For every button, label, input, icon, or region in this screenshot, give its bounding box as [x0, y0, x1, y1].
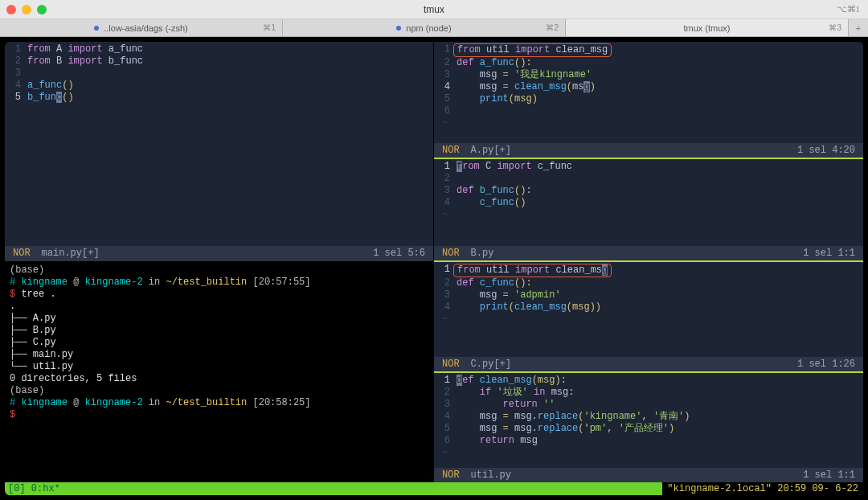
- line-number: 3: [5, 68, 27, 80]
- line-number: 5: [434, 93, 457, 105]
- code-line[interactable]: msg = '我是kingname': [457, 69, 863, 81]
- statusbar-c: NORC.py[+] 1 sel 1:26: [434, 357, 863, 371]
- code-line[interactable]: msg = clean_msg(msg): [457, 81, 863, 93]
- code-line[interactable]: return msg: [457, 435, 863, 447]
- pos-main: 1 sel 5:6: [373, 248, 425, 259]
- code-line[interactable]: def clean_msg(msg):: [457, 375, 863, 387]
- mode-a: NOR: [442, 145, 460, 156]
- code-line[interactable]: msg = 'adpmin': [457, 289, 863, 301]
- line-number: 2: [5, 55, 27, 68]
- code-line[interactable]: c_func(): [457, 197, 863, 209]
- line-number: 6: [434, 105, 457, 117]
- shell-line: $: [10, 409, 428, 421]
- statusbar-a: NORA.py[+] 1 sel 4:20: [434, 143, 863, 158]
- mode-util: NOR: [442, 469, 460, 481]
- shell-output[interactable]: (base)# kingname @ kingname-2 in ~/test_…: [5, 261, 433, 482]
- tmux-clock: "kingname-2.local" 20:59 09- 6-22: [662, 482, 863, 495]
- line-number: 4: [434, 301, 457, 314]
- shell-line: └── util.py: [10, 361, 428, 373]
- highlight-box: from util import clean_msg: [453, 43, 612, 57]
- code-line[interactable]: def a_func():: [457, 57, 863, 69]
- empty-line-marker: ~: [434, 117, 863, 129]
- pane-util[interactable]: 1def clean_msg(msg):2 if '垃圾' in msg:3 r…: [434, 371, 863, 482]
- tab-label: npm (node): [406, 23, 451, 33]
- code-util[interactable]: 1def clean_msg(msg):2 if '垃圾' in msg:3 r…: [434, 373, 863, 468]
- tab-hotkey: ⌘1: [263, 23, 276, 32]
- file-util: util.py: [471, 469, 511, 481]
- code-line[interactable]: [457, 105, 863, 117]
- line-number: 2: [434, 277, 457, 289]
- shell-line: ├── C.py: [10, 337, 428, 349]
- code-b[interactable]: 1from C import c_func23def b_func():4 c_…: [434, 159, 863, 246]
- code-line[interactable]: b_func(): [27, 92, 433, 104]
- statusbar-util: NORutil.py 1 sel 1:1: [434, 468, 863, 482]
- minimize-window-button[interactable]: [22, 5, 31, 14]
- code-line[interactable]: def b_func():: [457, 185, 863, 197]
- shell-line: 0 directories, 5 files: [10, 373, 428, 385]
- shell-line: (base): [10, 264, 428, 277]
- code-line[interactable]: msg = msg.replace('pm', '产品经理'): [457, 423, 863, 435]
- window-hotkey-hint: ⌥⌘1: [837, 4, 861, 14]
- line-number: 1: [434, 161, 457, 173]
- iterm-tab-0[interactable]: ..low-asia/dags (-zsh)⌘1: [0, 19, 283, 36]
- tab-label: ..low-asia/dags (-zsh): [104, 23, 188, 33]
- pane-shell[interactable]: (base)# kingname @ kingname-2 in ~/test_…: [5, 260, 434, 482]
- tab-hotkey: ⌘3: [829, 23, 841, 32]
- shell-line: ├── main.py: [10, 349, 428, 361]
- pane-right-top: 1from util import clean_msg2def a_func()…: [434, 42, 863, 260]
- mode-c: NOR: [442, 359, 460, 370]
- code-c[interactable]: 1from util import clean_msg2def c_func()…: [434, 262, 863, 357]
- shell-line: ├── A.py: [10, 313, 428, 325]
- pos-util: 1 sel 1:1: [803, 469, 855, 481]
- tab-add-button[interactable]: +: [849, 19, 868, 36]
- code-line[interactable]: from B import b_func: [27, 55, 433, 68]
- code-line[interactable]: print(clean_msg(msg)): [457, 301, 863, 314]
- iterm-tabbar: ..low-asia/dags (-zsh)⌘1npm (node)⌘2tmux…: [0, 19, 868, 37]
- pane-main[interactable]: 1from A import a_func2from B import b_fu…: [5, 42, 434, 260]
- pane-c[interactable]: 1from util import clean_msg2def c_func()…: [434, 262, 863, 371]
- zoom-window-button[interactable]: [37, 5, 47, 14]
- tab-hotkey: ⌘2: [546, 23, 559, 32]
- code-line[interactable]: from util import clean_msg: [457, 264, 863, 277]
- line-number: 3: [434, 289, 457, 301]
- code-line[interactable]: [27, 68, 433, 80]
- code-main[interactable]: 1from A import a_func2from B import b_fu…: [5, 42, 433, 246]
- code-line[interactable]: [457, 173, 863, 185]
- line-number: 3: [434, 185, 457, 197]
- code-line[interactable]: from A import a_func: [27, 43, 433, 55]
- window-title: tmux: [424, 4, 444, 15]
- line-number: 6: [434, 435, 457, 447]
- file-c: C.py[+]: [471, 359, 511, 370]
- empty-line-marker: ~: [434, 314, 863, 326]
- code-line[interactable]: a_func(): [27, 80, 433, 92]
- shell-line: (base): [10, 385, 428, 397]
- code-line[interactable]: print(msg): [457, 93, 863, 105]
- pane-a[interactable]: 1from util import clean_msg2def a_func()…: [434, 42, 863, 158]
- tab-dirty-dot-icon: [396, 26, 401, 31]
- line-number: 1: [5, 43, 27, 55]
- pane-right-bot: 1from util import clean_msg2def c_func()…: [434, 260, 863, 482]
- tab-dirty-dot-icon: [94, 26, 99, 31]
- line-number: 3: [434, 399, 457, 411]
- shell-line: # kingname @ kingname-2 in ~/test_builti…: [10, 397, 428, 409]
- file-a: A.py[+]: [471, 145, 511, 156]
- close-window-button[interactable]: [6, 5, 16, 14]
- code-line[interactable]: return '': [457, 399, 863, 411]
- code-line[interactable]: if '垃圾' in msg:: [457, 387, 863, 399]
- code-line[interactable]: from util import clean_msg: [457, 43, 863, 57]
- statusbar-b: NORB.py 1 sel 1:1: [434, 246, 863, 260]
- line-number: 4: [434, 81, 457, 93]
- code-line[interactable]: def c_func():: [457, 277, 863, 289]
- file-b: B.py: [471, 248, 494, 259]
- mode-main: NOR: [13, 248, 31, 259]
- iterm-tab-1[interactable]: npm (node)⌘2: [283, 19, 566, 36]
- line-number: 2: [434, 173, 457, 185]
- code-a[interactable]: 1from util import clean_msg2def a_func()…: [434, 42, 863, 143]
- code-line[interactable]: msg = msg.replace('kingname', '青南'): [457, 411, 863, 423]
- terminal-inner: 1from A import a_func2from B import b_fu…: [5, 42, 863, 495]
- iterm-tab-2[interactable]: tmux (tmux)⌘3: [566, 19, 849, 36]
- code-line[interactable]: from C import c_func: [457, 161, 863, 173]
- line-number: 4: [434, 197, 457, 209]
- pos-c: 1 sel 1:26: [797, 359, 855, 370]
- pane-b[interactable]: 1from C import c_func23def b_func():4 c_…: [434, 158, 863, 260]
